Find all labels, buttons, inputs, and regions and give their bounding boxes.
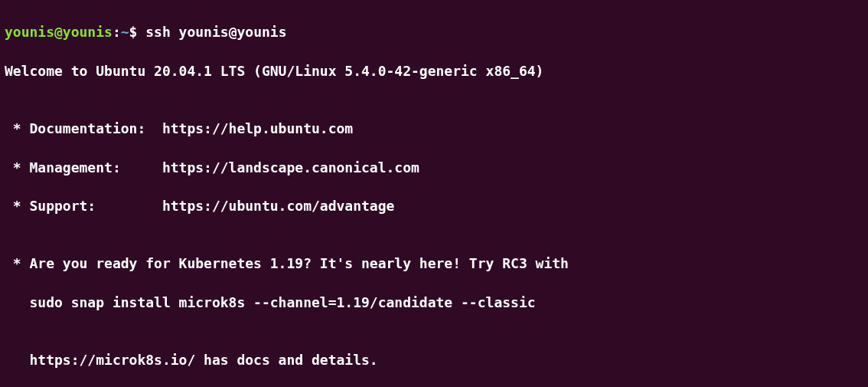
motd-management: * Management: https://landscape.canonica… <box>5 158 863 177</box>
prompt-separator: : <box>113 24 121 40</box>
motd-documentation: * Documentation: https://help.ubuntu.com <box>5 119 863 138</box>
prompt-user-host: younis@younis <box>5 24 113 40</box>
motd-k8s-line1: * Are you ready for Kubernetes 1.19? It'… <box>5 254 863 273</box>
motd-welcome: Welcome to Ubuntu 20.04.1 LTS (GNU/Linux… <box>5 61 863 80</box>
command-text <box>137 24 145 40</box>
prompt-path: ~ <box>121 24 129 40</box>
motd-k8s-line2: sudo snap install microk8s --channel=1.1… <box>5 293 863 312</box>
motd-support: * Support: https://ubuntu.com/advantage <box>5 196 863 215</box>
motd-k8s-line3: https://microk8s.io/ has docs and detail… <box>5 350 863 369</box>
ssh-command: ssh younis@younis <box>145 24 286 40</box>
terminal-output[interactable]: younis@younis:~$ ssh younis@younis Welco… <box>5 3 863 387</box>
prompt-dollar: $ <box>129 24 138 40</box>
prompt-line-1: younis@younis:~$ ssh younis@younis <box>5 22 863 41</box>
